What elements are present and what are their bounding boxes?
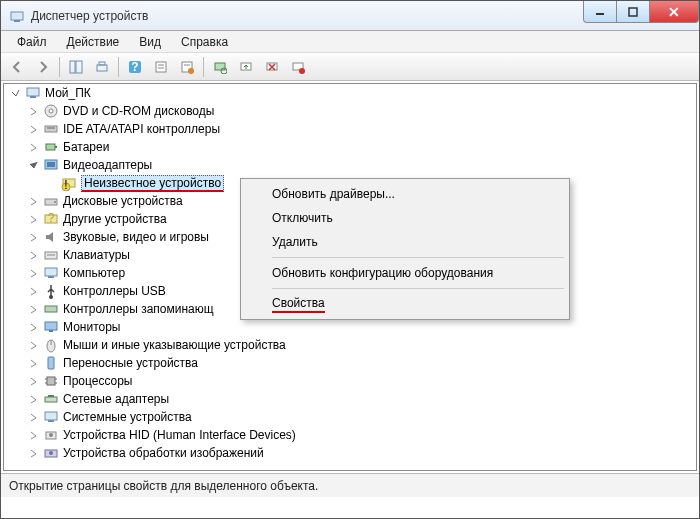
tree-node-root[interactable]: Мой_ПК: [4, 84, 696, 102]
cpu-icon: [43, 373, 59, 389]
scan-hardware-button[interactable]: [208, 56, 232, 78]
tree-node-label: DVD и CD-ROM дисководы: [63, 104, 214, 118]
tree-node-label: Неизвестное устройство: [81, 175, 224, 192]
ctx-delete[interactable]: Удалить: [244, 230, 566, 254]
ctx-update-drivers[interactable]: Обновить драйверы...: [244, 182, 566, 206]
system-device-icon: [43, 409, 59, 425]
toolbar-separator: [118, 57, 119, 77]
help-button[interactable]: ?: [123, 56, 147, 78]
tree-node-system[interactable]: Системные устройства: [4, 408, 696, 426]
tree-node-hid[interactable]: Устройства HID (Human Interface Devices): [4, 426, 696, 444]
tree-node-dvd[interactable]: DVD и CD-ROM дисководы: [4, 102, 696, 120]
expand-icon[interactable]: [28, 250, 39, 261]
menu-file[interactable]: Файл: [7, 32, 57, 52]
ctx-separator: [272, 288, 564, 289]
status-bar: Открытие страницы свойств для выделенног…: [1, 473, 699, 497]
svg-rect-29: [55, 146, 57, 148]
tree-node-label: Мой_ПК: [45, 86, 91, 100]
tree-node-label: Компьютер: [63, 266, 125, 280]
computer-icon: [25, 85, 41, 101]
svg-text:?: ?: [48, 211, 55, 225]
svg-rect-44: [45, 306, 57, 312]
tree-node-mouse[interactable]: Мыши и иные указывающие устройства: [4, 336, 696, 354]
expand-icon[interactable]: [28, 142, 39, 153]
monitor-icon: [43, 319, 59, 335]
title-bar: Диспетчер устройств ✕: [1, 1, 699, 31]
expand-icon[interactable]: [28, 412, 39, 423]
ctx-properties[interactable]: Свойства: [244, 292, 566, 316]
minimize-button[interactable]: [583, 1, 617, 23]
menu-action[interactable]: Действие: [57, 32, 130, 52]
collapse-icon[interactable]: [28, 160, 39, 171]
collapse-icon[interactable]: [10, 88, 21, 99]
svg-rect-57: [45, 412, 57, 420]
tree-node-battery[interactable]: Батареи: [4, 138, 696, 156]
forward-button[interactable]: [31, 56, 55, 78]
expand-icon[interactable]: [28, 124, 39, 135]
svg-point-15: [188, 68, 194, 74]
ctx-scan-hardware[interactable]: Обновить конфигурацию оборудования: [244, 261, 566, 285]
tree-node-label: Дисковые устройства: [63, 194, 183, 208]
expand-icon[interactable]: [28, 358, 39, 369]
svg-text:!: !: [64, 178, 67, 191]
uninstall-button[interactable]: [260, 56, 284, 78]
menu-view[interactable]: Вид: [129, 32, 171, 52]
show-hide-tree-button[interactable]: [64, 56, 88, 78]
expand-icon[interactable]: [28, 430, 39, 441]
hid-icon: [43, 427, 59, 443]
toolbar-separator: [203, 57, 204, 77]
menu-help[interactable]: Справка: [171, 32, 238, 52]
device-tree[interactable]: Мой_ПК DVD и CD-ROM дисководы IDE ATA/AT…: [3, 83, 697, 471]
svg-point-62: [49, 451, 53, 455]
toolbar: ?: [1, 53, 699, 81]
expand-icon[interactable]: [28, 376, 39, 387]
expand-icon[interactable]: [28, 322, 39, 333]
back-button[interactable]: [5, 56, 29, 78]
svg-rect-45: [45, 322, 57, 330]
svg-rect-50: [47, 377, 55, 385]
svg-point-36: [54, 201, 56, 203]
svg-rect-28: [46, 144, 55, 150]
tree-node-imaging[interactable]: Устройства обработки изображений: [4, 444, 696, 462]
svg-rect-46: [49, 330, 53, 332]
tree-node-network[interactable]: Сетевые адаптеры: [4, 390, 696, 408]
svg-rect-41: [45, 268, 57, 276]
expand-icon[interactable]: [28, 106, 39, 117]
svg-rect-16: [215, 63, 225, 70]
svg-point-60: [49, 433, 53, 437]
expand-icon[interactable]: [28, 304, 39, 315]
expand-icon[interactable]: [28, 196, 39, 207]
computer-icon: [43, 265, 59, 281]
tree-node-label: Другие устройства: [63, 212, 167, 226]
ctx-disable[interactable]: Отключить: [244, 206, 566, 230]
expand-icon[interactable]: [28, 394, 39, 405]
maximize-button[interactable]: [616, 1, 650, 23]
action-button[interactable]: [175, 56, 199, 78]
tree-node-video[interactable]: Видеоадаптеры: [4, 156, 696, 174]
sound-icon: [43, 229, 59, 245]
tree-node-monitor[interactable]: Мониторы: [4, 318, 696, 336]
close-button[interactable]: ✕: [649, 1, 699, 23]
status-text: Открытие страницы свойств для выделенног…: [9, 479, 318, 493]
svg-rect-26: [45, 126, 57, 132]
expand-icon[interactable]: [28, 214, 39, 225]
svg-rect-3: [629, 8, 637, 16]
expand-icon[interactable]: [28, 268, 39, 279]
svg-point-25: [49, 109, 53, 113]
print-button[interactable]: [90, 56, 114, 78]
network-icon: [43, 391, 59, 407]
expand-icon[interactable]: [28, 286, 39, 297]
expand-icon[interactable]: [28, 232, 39, 243]
expand-icon[interactable]: [28, 448, 39, 459]
properties-button[interactable]: [149, 56, 173, 78]
disable-button[interactable]: [286, 56, 310, 78]
tree-node-cpu[interactable]: Процессоры: [4, 372, 696, 390]
tree-node-label: Системные устройства: [63, 410, 192, 424]
title-buttons: ✕: [584, 1, 699, 30]
dvd-icon: [43, 103, 59, 119]
expand-icon[interactable]: [28, 340, 39, 351]
tree-node-ide[interactable]: IDE ATA/ATAPI контроллеры: [4, 120, 696, 138]
update-driver-button[interactable]: [234, 56, 258, 78]
svg-rect-5: [76, 61, 82, 73]
tree-node-portable[interactable]: Переносные устройства: [4, 354, 696, 372]
